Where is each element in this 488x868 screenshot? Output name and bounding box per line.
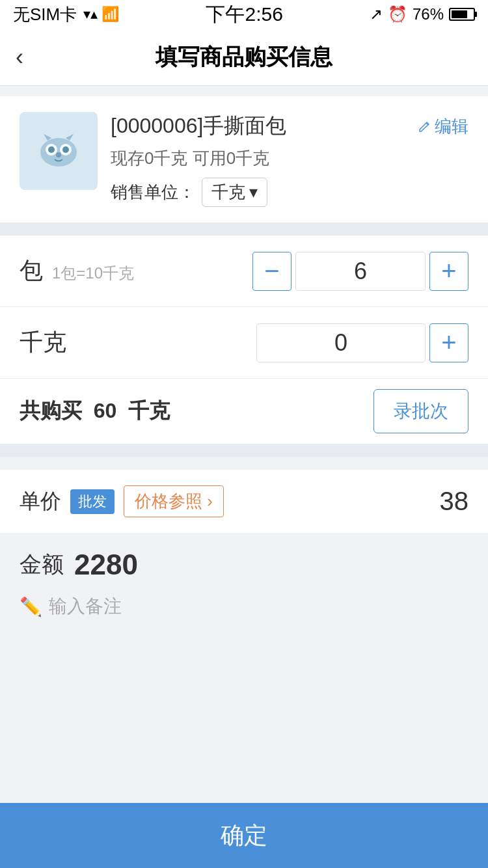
price-row: 单价 批发 价格参照 › 38	[20, 485, 468, 517]
product-unit-row: 销售单位： 千克 ▾	[111, 178, 468, 207]
bag-increment-button[interactable]: +	[429, 252, 468, 291]
unit-label: 销售单位：	[111, 181, 195, 204]
bag-label: 包	[20, 255, 43, 287]
pencil-icon: ✏️	[20, 596, 42, 617]
summary-amount: 60	[94, 399, 117, 422]
nav-bar: ‹ 填写商品购买信息	[0, 29, 488, 86]
section-divider-1	[0, 223, 488, 236]
kg-quantity-input[interactable]	[256, 323, 426, 362]
svg-point-5	[56, 152, 61, 157]
bag-quantity-control: − +	[252, 252, 468, 291]
amount-section: 金额 2280 ✏️ 输入备注	[0, 533, 488, 629]
wifi-icon: ▾▴ 📶	[83, 6, 119, 23]
location-icon: ↗	[370, 5, 383, 23]
quantity-section: 包 1包=10千克 − + 千克 + 共购买 60 千克 录批次	[0, 236, 488, 444]
amount-row: 金额 2280	[20, 549, 468, 581]
product-thumbnail	[20, 112, 98, 190]
carrier-text: 无SIM卡	[13, 3, 77, 26]
status-carrier: 无SIM卡 ▾▴ 📶	[13, 3, 119, 26]
unit-dropdown-icon: ▾	[249, 182, 258, 202]
batch-button[interactable]: 录批次	[373, 389, 468, 433]
kg-label: 千克	[20, 327, 66, 359]
unit-select[interactable]: 千克 ▾	[202, 178, 267, 207]
content-spacer	[0, 629, 488, 824]
bag-decrement-button[interactable]: −	[252, 252, 291, 291]
section-divider-2	[0, 444, 488, 457]
summary-text: 共购买 60 千克	[20, 397, 170, 426]
summary-unit: 千克	[128, 399, 170, 422]
status-indicators: ↗ ⏰ 76%	[370, 5, 475, 23]
remark-placeholder: 输入备注	[49, 594, 122, 619]
battery-percent: 76%	[413, 5, 444, 23]
price-ref-button[interactable]: 价格参照 ›	[124, 485, 224, 517]
edit-button[interactable]: 编辑	[418, 115, 468, 138]
confirm-button[interactable]: 确定	[0, 803, 488, 868]
kg-row: 千克 +	[0, 307, 488, 379]
summary-label: 共购买	[20, 399, 82, 422]
product-info: [0000006]手撕面包 编辑 现存0千克 可用0千克 销售单位： 千克 ▾	[111, 112, 468, 207]
kg-increment-button[interactable]: +	[429, 323, 468, 362]
price-type-tag: 批发	[70, 489, 115, 514]
page-title: 填写商品购买信息	[156, 42, 332, 72]
kg-quantity-control: +	[256, 323, 468, 362]
status-bar: 无SIM卡 ▾▴ 📶 下午2:56 ↗ ⏰ 76%	[0, 0, 488, 29]
bag-row: 包 1包=10千克 − +	[0, 236, 488, 307]
svg-point-4	[62, 146, 69, 153]
product-card: [0000006]手撕面包 编辑 现存0千克 可用0千克 销售单位： 千克 ▾	[0, 96, 488, 223]
product-name: [0000006]手撕面包	[111, 112, 286, 141]
bag-hint: 1包=10千克	[52, 263, 134, 284]
remark-row[interactable]: ✏️ 输入备注	[20, 594, 468, 619]
alarm-icon: ⏰	[388, 5, 407, 23]
price-section: 单价 批发 价格参照 › 38	[0, 470, 488, 533]
product-stock: 现存0千克 可用0千克	[111, 147, 468, 170]
bag-quantity-input[interactable]	[295, 252, 426, 291]
unit-value: 千克	[211, 181, 245, 204]
summary-row: 共购买 60 千克 录批次	[0, 379, 488, 444]
amount-value: 2280	[74, 549, 138, 581]
amount-label: 金额	[20, 550, 64, 580]
edit-label: 编辑	[435, 115, 468, 138]
price-value: 38	[440, 487, 469, 516]
back-button[interactable]: ‹	[16, 44, 23, 71]
status-time: 下午2:56	[206, 1, 282, 28]
svg-point-3	[48, 146, 55, 153]
price-label-group: 单价 批发 价格参照 ›	[20, 485, 224, 517]
price-label: 单价	[20, 487, 61, 516]
battery-icon	[449, 8, 475, 21]
